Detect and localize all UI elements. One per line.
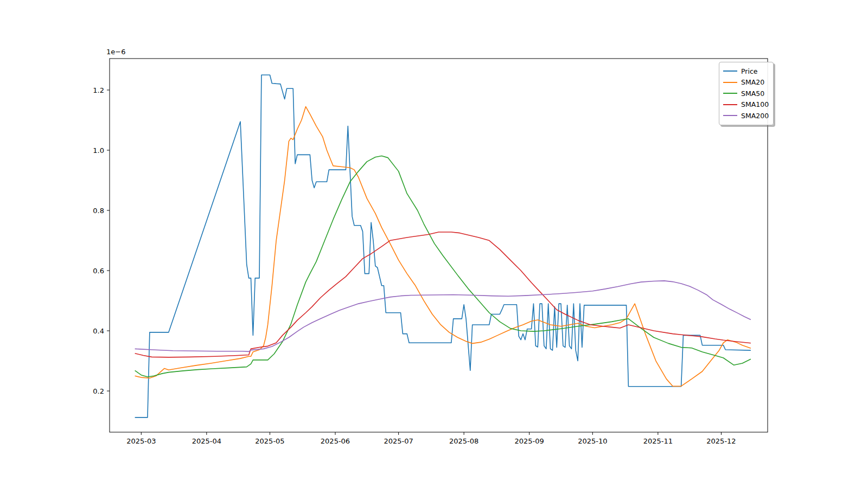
legend-label-sma200: SMA200 [741,112,769,120]
legend-label-price: Price [741,67,758,75]
x-tick-label: 2025-11 [643,437,673,445]
y-tick-label: 0.8 [93,207,104,215]
x-tick-label: 2025-06 [321,437,350,445]
legend-line-swatch-price [723,70,737,72]
y-tick-label: 0.6 [93,267,104,275]
legend-line-swatch-sma50 [723,93,737,94]
x-tick-label: 2025-08 [449,437,478,445]
legend-label-sma20: SMA20 [741,78,764,86]
figure: 2025-032025-042025-052025-062025-072025-… [0,0,868,488]
y-axis-offset-label: 1e−6 [106,48,125,56]
x-tick-label: 2025-09 [515,437,544,445]
series-line-sma200 [135,281,751,351]
y-tick-label: 1.0 [93,146,104,155]
legend-line-swatch-sma100 [723,104,737,105]
x-tick-label: 2025-10 [578,437,607,445]
x-tick-label: 2025-12 [706,437,736,445]
legend-item-sma200: SMA200 [723,110,769,121]
x-tick-label: 2025-03 [126,437,156,445]
x-tick-label: 2025-05 [255,437,284,445]
legend-line-swatch-sma200 [723,115,737,116]
legend-label-sma50: SMA50 [741,89,764,98]
legend-item-sma20: SMA20 [723,77,769,88]
series-line-sma50 [135,156,751,377]
legend-item-sma100: SMA100 [723,99,769,111]
y-tick-label: 0.2 [93,387,104,395]
x-tick-label: 2025-04 [192,437,221,445]
x-tick-label: 2025-07 [384,437,413,445]
series-line-sma20 [135,107,751,387]
axes-spines [110,59,768,432]
legend-item-price: Price [723,66,769,77]
legend-label-sma100: SMA100 [741,100,769,108]
legend-item-sma50: SMA50 [723,88,769,99]
y-tick-label: 0.4 [93,327,104,335]
y-tick-label: 1.2 [93,86,104,94]
series-line-price [135,75,751,418]
legend: PriceSMA20SMA50SMA100SMA200 [719,62,774,125]
legend-line-swatch-sma20 [723,82,737,83]
